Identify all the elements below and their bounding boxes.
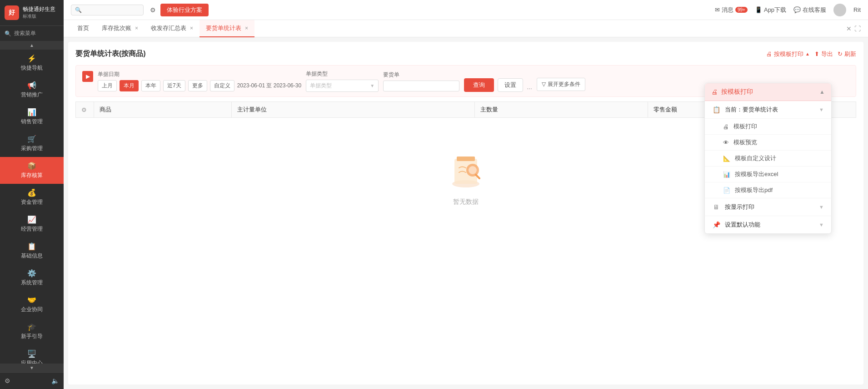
print-dropdown-panel: 🖨 按模板打印 ▲ 📋 当前：要货单统计表 ▼: [704, 83, 832, 234]
app-download-label: App下载: [764, 6, 786, 14]
sidebar-item-label-inventory: 库存核算: [21, 172, 43, 179]
sidebar-scroll-down[interactable]: ▼: [0, 364, 64, 372]
appstore-icon: 🖥️: [27, 349, 36, 358]
online-service-btn[interactable]: 💬 在线客服: [793, 6, 826, 14]
sidebar-item-finance[interactable]: 💰 资金管理: [0, 184, 64, 211]
dropdown-default-func-chevron: ▼: [819, 222, 824, 227]
tab-receipt-summary-label: 收发存汇总表: [151, 24, 186, 32]
sidebar-audio-icon[interactable]: 🔈: [51, 377, 59, 384]
sidebar-item-corp[interactable]: 🤝 企业协同: [0, 291, 64, 318]
sidebar-item-label-sales: 销售管理: [21, 118, 43, 126]
topbar-search[interactable]: 🔍: [71, 5, 144, 15]
query-btn[interactable]: 查询: [464, 78, 494, 92]
dropdown-template-custom[interactable]: 📐 模板自定义设计: [705, 151, 831, 167]
dropdown-default-func[interactable]: 📌 设置默认功能 ▼: [705, 216, 831, 233]
refresh-btn[interactable]: ↻ 刷新: [838, 50, 856, 58]
sidebar-item-operation[interactable]: 📈 经营管理: [0, 211, 64, 237]
tab-inventory-batch-label: 库存批次账: [102, 24, 131, 32]
sidebar-item-system[interactable]: ⚙️ 系统管理: [0, 264, 64, 291]
dropdown-header-icon: 🖨: [711, 88, 718, 96]
topbar: 🔍 ⚙ 体验行业方案 ✉ 消息 99+ 📱 App下载 💬 在线客服 Rit: [64, 0, 868, 20]
print-btn-label: 按模板打印: [774, 50, 803, 58]
sidebar-item-purchase[interactable]: 🛒 采购管理: [0, 130, 64, 157]
dropdown-display-print[interactable]: 🖥 按显示打印 ▼: [705, 198, 831, 216]
expand-more-chevron-icon: ▽: [542, 81, 546, 87]
dropdown-current-chevron-icon: ▼: [819, 107, 824, 112]
sidebar-scroll-up[interactable]: ▲: [0, 41, 64, 50]
tab-order-stats[interactable]: 要货单统计表 ×: [200, 20, 254, 37]
sidebar-item-appstore[interactable]: 🖥️ 应用中心: [0, 345, 64, 364]
dropdown-template-excel-label: 按模板导出excel: [735, 170, 778, 178]
tab-receipt-summary-close[interactable]: ×: [190, 25, 193, 31]
sidebar-item-sales[interactable]: 📊 销售管理: [0, 103, 64, 130]
filter-expand-btn[interactable]: ▶: [82, 71, 93, 82]
date-btn-custom[interactable]: 自定义: [210, 80, 234, 91]
dropdown-current-template-label: 当前：要货单统计表: [725, 106, 778, 114]
search-menu[interactable]: 🔍 搜索菜单: [0, 26, 64, 41]
page-header: 要货单统计表(按商品) 🖨 按模板打印 ▲ ⬆ 导出 ↻ 刷新: [75, 49, 856, 59]
expand-more-label: 展开更多条件: [548, 81, 580, 88]
filter-goods-input[interactable]: [383, 81, 459, 91]
dropdown-current-template-icon: 📋: [712, 106, 720, 113]
dropdown-header-right: ▲: [819, 89, 825, 95]
sidebar-item-marketing[interactable]: 📢 营销推广: [0, 76, 64, 103]
tabs-close-all-icon[interactable]: ✕: [846, 25, 852, 32]
sidebar-item-guide[interactable]: 🎓 新手引导: [0, 318, 64, 345]
online-service-icon: 💬: [793, 6, 801, 13]
topbar-gear-icon[interactable]: ⚙: [150, 6, 156, 14]
sidebar-item-basic[interactable]: 📋 基础信息: [0, 237, 64, 264]
filter-order-type-select[interactable]: 单据类型 ▼: [306, 80, 379, 92]
sidebar-item-quick-nav[interactable]: ⚡ 快捷导航: [0, 50, 64, 76]
date-btn-more[interactable]: 更多: [188, 80, 207, 91]
quick-nav-icon: ⚡: [27, 54, 36, 63]
dropdown-template-print[interactable]: 🖨 模板打印: [705, 119, 831, 135]
dropdown-collapse-icon[interactable]: ▲: [819, 89, 825, 95]
date-btn-current-year[interactable]: 本年: [141, 80, 160, 91]
tab-home[interactable]: 首页: [71, 20, 95, 37]
date-btn-last-7-days[interactable]: 近7天: [163, 80, 185, 91]
dropdown-current-template[interactable]: 📋 当前：要货单统计表 ▼: [705, 101, 831, 119]
sidebar-settings-icon[interactable]: ⚙: [5, 377, 10, 384]
filter-top-row: 单据日期 上月 本月 本年 近7天 更多 自定义 2023-06-01 至 20…: [98, 70, 532, 92]
table-settings-icon[interactable]: ⚙: [81, 106, 87, 113]
settings-btn[interactable]: 设置: [498, 78, 523, 92]
avatar[interactable]: [833, 4, 846, 16]
export-btn[interactable]: ⬆ 导出: [814, 50, 833, 58]
corp-icon: 🤝: [27, 296, 36, 304]
tab-receipt-summary[interactable]: 收发存汇总表 ×: [145, 20, 200, 37]
dropdown-template-preview[interactable]: 👁 模板预览: [705, 135, 831, 151]
filter-order-type-label: 单据类型: [306, 70, 379, 78]
dropdown-current-template-left: 📋 当前：要货单统计表: [712, 106, 778, 114]
refresh-btn-label: 刷新: [844, 50, 856, 58]
dropdown-template-pdf[interactable]: 📄 按模板导出pdf: [705, 182, 831, 198]
sidebar-item-label-guide: 新手引导: [21, 333, 43, 340]
tab-order-stats-close[interactable]: ×: [245, 25, 248, 31]
content-area: 要货单统计表(按商品) 🖨 按模板打印 ▲ ⬆ 导出 ↻ 刷新: [64, 37, 868, 389]
sidebar-item-label-basic: 基础信息: [21, 252, 43, 260]
operation-icon: 📈: [27, 215, 36, 224]
topbar-search-icon: 🔍: [75, 7, 82, 13]
expand-more-btn[interactable]: ▽ 展开更多条件: [537, 78, 585, 91]
guide-icon: 🎓: [27, 323, 36, 331]
dropdown-display-print-icon: 🖥: [712, 203, 720, 211]
export-btn-label: 导出: [821, 50, 833, 58]
tabs-maximize-icon[interactable]: ⛶: [854, 25, 861, 32]
table-col-settings: ⚙: [76, 102, 94, 118]
more-options-icon[interactable]: ···: [527, 85, 532, 92]
sidebar-item-label-appstore: 应用中心: [21, 359, 43, 364]
dropdown-template-excel[interactable]: 📊 按模板导出excel: [705, 167, 831, 182]
print-btn[interactable]: 🖨 按模板打印 ▲: [766, 50, 810, 58]
sidebar-item-label-system: 系统管理: [21, 279, 43, 287]
tab-inventory-batch-close[interactable]: ×: [135, 25, 138, 31]
app-download-btn[interactable]: 📱 App下载: [755, 6, 786, 14]
dropdown-display-print-left: 🖥 按显示打印: [712, 203, 754, 211]
message-btn[interactable]: ✉ 消息 99+: [715, 6, 748, 14]
online-service-label: 在线客服: [803, 6, 826, 14]
dropdown-header-label: 按模板打印: [721, 88, 753, 96]
date-btn-current-month[interactable]: 本月: [120, 80, 139, 91]
trial-btn[interactable]: 体验行业方案: [160, 4, 209, 16]
sidebar-item-inventory[interactable]: 📦 库存核算: [0, 157, 64, 184]
tab-inventory-batch[interactable]: 库存批次账 ×: [95, 20, 145, 37]
dropdown-template-custom-icon: 📐: [723, 155, 730, 162]
date-btn-last-month[interactable]: 上月: [98, 80, 117, 91]
